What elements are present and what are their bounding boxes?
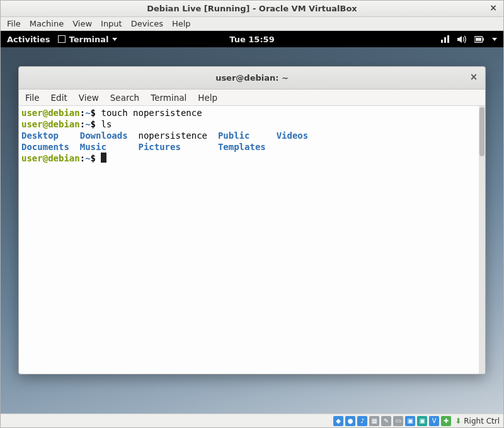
vbox-menu-machine[interactable]: Machine: [30, 19, 64, 28]
prompt-user: user@debian: [21, 108, 80, 118]
vbox-menu-help[interactable]: Help: [172, 19, 191, 28]
terminal-titlebar[interactable]: user@debian: ~ ×: [19, 67, 485, 90]
system-menu-chevron-icon[interactable]: [492, 38, 497, 41]
terminal-menubar: File Edit View Search Terminal Help: [19, 90, 485, 106]
host-key-indicator-icon: ⬇: [455, 417, 461, 425]
chevron-down-icon: [112, 38, 117, 41]
shared-folder-icon[interactable]: ▭: [393, 416, 403, 426]
vbox-title: Debian Live [Running] - Oracle VM Virtua…: [147, 4, 357, 13]
network-adapter-icon[interactable]: ▦: [369, 416, 379, 426]
terminal-icon: [58, 35, 66, 43]
terminal-title: user@debian: ~: [215, 73, 289, 83]
ls-entry: Documents Music Pictures Templates: [21, 142, 266, 152]
usb-icon[interactable]: ✎: [381, 416, 391, 426]
ls-entry: nopersistence: [138, 130, 207, 141]
vbox-menu-devices[interactable]: Devices: [131, 19, 163, 28]
network-icon[interactable]: [440, 35, 450, 43]
clock[interactable]: Tue 15:59: [229, 35, 274, 44]
audio-icon[interactable]: ♪: [357, 416, 367, 426]
term-menu-edit[interactable]: Edit: [51, 93, 67, 103]
gnome-topbar: Activities Terminal Tue 15:59: [1, 31, 503, 47]
vbox-menu-view[interactable]: View: [72, 19, 92, 28]
cpu-icon[interactable]: V: [429, 416, 439, 426]
battery-icon[interactable]: [474, 36, 484, 43]
vbox-statusbar: ◆ ● ♪ ▦ ✎ ▭ ▣ ▣ V ✚ ⬇ Right Ctrl: [1, 414, 503, 427]
scrollbar-thumb[interactable]: [479, 107, 484, 156]
display-icon[interactable]: ▣: [405, 416, 415, 426]
terminal-body[interactable]: user@debian:~$ touch nopersistence user@…: [19, 106, 485, 374]
vbox-menu-file[interactable]: File: [7, 19, 21, 28]
term-menu-terminal[interactable]: Terminal: [151, 93, 186, 103]
vbox-titlebar[interactable]: Debian Live [Running] - Oracle VM Virtua…: [1, 1, 503, 17]
term-menu-view[interactable]: View: [79, 93, 99, 103]
optical-disk-icon[interactable]: ●: [345, 416, 355, 426]
virtualbox-window: Debian Live [Running] - Oracle VM Virtua…: [0, 0, 504, 428]
current-app-indicator[interactable]: Terminal: [58, 35, 118, 44]
activities-button[interactable]: Activities: [7, 35, 50, 44]
term-menu-help[interactable]: Help: [198, 93, 217, 103]
svg-rect-1: [483, 38, 484, 40]
vbox-menu-input[interactable]: Input: [101, 19, 122, 28]
ls-entry: Public Videos: [218, 130, 308, 141]
host-key-label: Right Ctrl: [464, 417, 500, 425]
recording-icon[interactable]: ▣: [417, 416, 427, 426]
term-menu-file[interactable]: File: [25, 93, 40, 103]
volume-icon[interactable]: [457, 35, 467, 43]
current-app-label: Terminal: [69, 35, 109, 44]
cursor: [101, 153, 106, 163]
vbox-status-icons: ◆ ● ♪ ▦ ✎ ▭ ▣ ▣ V ✚: [333, 416, 451, 426]
terminal-close-button[interactable]: ×: [469, 72, 479, 83]
terminal-window: user@debian: ~ × File Edit View Search T…: [18, 66, 486, 374]
prompt-path: ~: [85, 108, 90, 118]
hard-disk-icon[interactable]: ◆: [333, 416, 343, 426]
svg-rect-2: [476, 38, 481, 41]
terminal-scrollbar[interactable]: [479, 106, 485, 374]
cmd-1: touch nopersistence: [101, 108, 202, 118]
vbox-menubar: File Machine View Input Devices Help: [1, 17, 503, 31]
guest-desktop: Activities Terminal Tue 15:59: [1, 31, 503, 414]
term-menu-search[interactable]: Search: [110, 93, 139, 103]
guest-additions-icon[interactable]: ✚: [441, 416, 451, 426]
cmd-2: ls: [101, 119, 112, 129]
vbox-close-button[interactable]: ×: [488, 3, 498, 13]
ls-entry: Desktop Downloads: [21, 130, 138, 141]
